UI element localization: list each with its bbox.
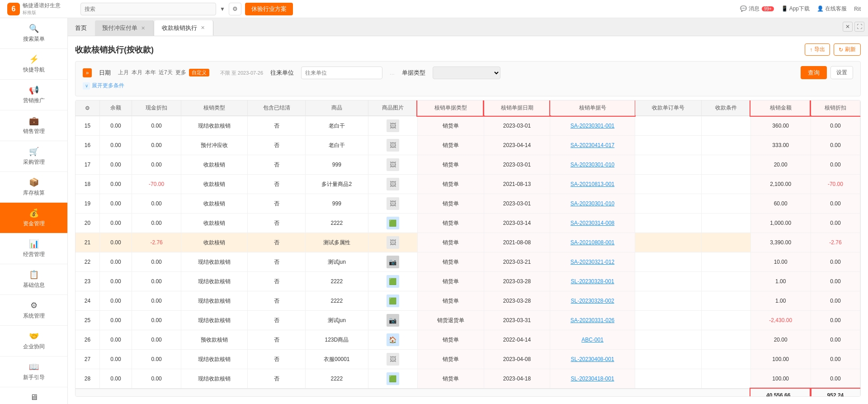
refresh-button[interactable]: ↻ 刷新 (834, 43, 861, 56)
dropdown-arrow: ▼ (220, 6, 225, 12)
cell-write-off-discount: 0.00 (811, 330, 860, 350)
col-amount: 核销金额 (750, 100, 811, 116)
filter-collapse-btn[interactable]: » (83, 68, 92, 77)
sidebar-item-enterprise[interactable]: 🤝 企业协同 (0, 326, 67, 356)
sidebar-item-finance[interactable]: 💰 资金管理 (0, 203, 67, 233)
content-area: 首页 预付冲应付单 ✕ 收款核销执行 ✕ ✕ ⛶ 收款核销执行(按收款) ↑ (68, 18, 868, 404)
cell-id: 22 (75, 252, 100, 272)
sidebar-item-operations[interactable]: 📊 经营管理 (0, 233, 67, 264)
cell-write-off-discount: 0.00 (811, 136, 860, 155)
app-name: 畅捷通谱好生意 (23, 2, 61, 10)
tab-home[interactable]: 首页 (68, 20, 94, 36)
date-last-month[interactable]: 上月 (118, 69, 129, 76)
cell-bill-no[interactable]: SA-20230314-008 (550, 214, 635, 233)
bill-type-select[interactable] (433, 67, 500, 79)
date-this-year[interactable]: 本年 (145, 69, 156, 76)
cell-bill-no[interactable]: SA-20210808-001 (550, 233, 635, 252)
cell-bill-no[interactable]: SL-20230418-001 (550, 369, 635, 389)
cell-bill-type: 销货单 (417, 233, 484, 252)
cell-bill-date: 2022-04-14 (484, 330, 550, 350)
search-input[interactable] (80, 3, 216, 15)
goods-image: 🏠 (387, 333, 399, 346)
cell-bill-no[interactable]: SL-20230408-001 (550, 350, 635, 369)
settings-icon[interactable]: ⚙ (229, 3, 241, 15)
date-7days[interactable]: 近7天 (159, 69, 173, 76)
sidebar-item-quick[interactable]: ⚡ 快捷导航 (0, 49, 67, 80)
sidebar-item-basic[interactable]: 📋 基础信息 (0, 264, 67, 295)
tab-prepay[interactable]: 预付冲应付单 ✕ (95, 20, 154, 36)
cell-bill-no[interactable]: SA-20210813-001 (550, 175, 635, 194)
filter-settings-button[interactable]: 设置 (830, 66, 853, 79)
industry-button[interactable]: 休验行业方案 (245, 3, 293, 15)
cell-write-off-discount: -2.76 (811, 233, 860, 252)
online-service-btn[interactable]: 👤 在线客服 (817, 5, 847, 13)
col-order-no: 收款单订单号 (635, 100, 701, 116)
cell-bill-date: 2023-03-14 (484, 214, 550, 233)
tab-writeoff[interactable]: 收款核销执行 ✕ (155, 20, 213, 36)
page-title-row: 收款核销执行(按收款) ↑ 导出 ↻ 刷新 (75, 43, 861, 56)
sidebar-item-inventory[interactable]: 📦 库存核算 (0, 172, 67, 203)
cell-bill-no[interactable]: SA-20230321-012 (550, 252, 635, 272)
cell-bill-no[interactable]: SA-20230301-001 (550, 116, 635, 136)
cell-condition (701, 369, 750, 389)
cell-discount: 0.00 (132, 136, 181, 155)
messages-label: 消息 (749, 5, 760, 12)
top-bar-right: 💬 消息 99+ 📱 App下载 👤 在线客服 Rit (740, 5, 861, 13)
cell-bill-no[interactable]: SA-20230301-010 (550, 194, 635, 214)
dropdown-toggle[interactable]: ▼ (220, 6, 225, 12)
date-custom[interactable]: 自定义 (189, 69, 209, 76)
cell-goods: 2222 (306, 214, 368, 233)
tab-expand[interactable]: ⛶ (854, 22, 864, 32)
cell-bill-no[interactable]: ABC-001 (550, 330, 635, 350)
sidebar-item-sales[interactable]: 💼 销售管理 (0, 110, 67, 141)
tab-writeoff-label: 收款核销执行 (162, 24, 197, 32)
date-more[interactable]: 更多 (175, 69, 186, 76)
tab-writeoff-close[interactable]: ✕ (200, 24, 206, 32)
cell-bill-no[interactable]: SL-20230328-001 (550, 272, 635, 291)
cell-amount: 100.00 (750, 350, 811, 369)
cell-goods-img: 🖼 (368, 194, 417, 214)
cell-write-off-discount: 0.00 (811, 291, 860, 311)
cell-goods: 衣服00001 (306, 350, 368, 369)
sidebar-item-guide[interactable]: 📖 新手引导 (0, 356, 67, 387)
cell-condition (701, 194, 750, 214)
sales-icon: 💼 (29, 116, 39, 126)
logo-icon: 6 (7, 3, 20, 15)
cell-goods: 测试多属性 (306, 233, 368, 252)
sidebar-item-search[interactable]: 🔍 搜索菜单 (0, 18, 67, 49)
sidebar-item-marketing[interactable]: 📢 营销推广 (0, 80, 67, 110)
sidebar-item-purchase[interactable]: 🛒 采购管理 (0, 141, 67, 172)
cell-bill-no[interactable]: SA-20230414-017 (550, 136, 635, 155)
col-settings[interactable]: ⚙ (75, 100, 100, 116)
cell-type: 现结收款核销 (181, 291, 248, 311)
expand-conditions-btn[interactable]: ∨ 展开更多条件 (83, 82, 853, 90)
sidebar-item-hardware[interactable]: 🖥 智能硬件 (0, 387, 67, 404)
cell-order-no (635, 116, 701, 136)
app-badge: 标推版 (23, 10, 61, 16)
goods-image: 🖼 (387, 353, 399, 366)
cell-settled: 否 (248, 291, 306, 311)
cell-bill-type: 销货单 (417, 214, 484, 233)
from-unit-input[interactable] (301, 67, 382, 79)
cell-bill-no[interactable]: SL-20230328-002 (550, 291, 635, 311)
main-layout: 🔍 搜索菜单 ⚡ 快捷导航 📢 营销推广 💼 销售管理 🛒 采购管理 📦 库存核… (0, 18, 868, 404)
tab-close-all[interactable]: ✕ (843, 22, 853, 32)
cell-goods-img: 🖼 (368, 233, 417, 252)
date-range-display: 不限 至 2023-07-26 (220, 70, 263, 76)
cell-goods: 测试jun (306, 252, 368, 272)
cell-bill-no[interactable]: SA-20230301-010 (550, 155, 635, 175)
cell-amount: 2,100.00 (750, 175, 811, 194)
cell-bill-type: 销货单 (417, 116, 484, 136)
tab-prepay-close[interactable]: ✕ (140, 24, 146, 32)
cell-goods-img: 🖼 (368, 155, 417, 175)
export-button[interactable]: ↑ 导出 (805, 43, 830, 56)
app-download-btn[interactable]: 📱 App下载 (781, 5, 810, 13)
cell-bill-no[interactable]: SA-20230331-026 (550, 311, 635, 330)
sidebar-item-system[interactable]: ⚙ 系统管理 (0, 295, 67, 326)
col-settled: 包含已结清 (248, 100, 306, 116)
messages-btn[interactable]: 💬 消息 99+ (740, 5, 774, 13)
query-button[interactable]: 查询 (801, 66, 827, 79)
cell-type: 收款核销 (181, 214, 248, 233)
cell-write-off-discount: 0.00 (811, 350, 860, 369)
date-this-month[interactable]: 本月 (132, 69, 142, 76)
